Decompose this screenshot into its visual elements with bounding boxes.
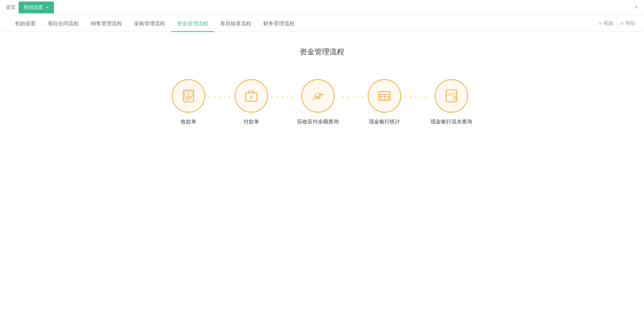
tab-close-icon[interactable]: × xyxy=(46,5,49,10)
briefcase-yuan-icon: ¥ xyxy=(243,88,260,104)
flow-label-yingshou: 应收应付余额查询 xyxy=(297,119,339,125)
nav-item-xiaoshou[interactable]: 销售管理流程 xyxy=(85,15,128,32)
nav-item-caigou[interactable]: 采购管理流程 xyxy=(128,15,171,32)
active-tab-label: 初始设置 xyxy=(24,4,43,11)
flow-label-liushui: 现金银行流水查询 xyxy=(431,119,472,125)
flow-item-yingshou[interactable]: ¥ 应收应付余额查询 xyxy=(297,79,339,125)
dots-4: - - - - - xyxy=(404,93,427,100)
window-controls: × xyxy=(635,4,638,11)
window-close-icon[interactable]: × xyxy=(635,4,638,11)
connector-3: - - - - - xyxy=(339,93,368,111)
video-link[interactable]: ⊙ 视频 xyxy=(598,20,613,27)
home-tab[interactable]: 首页 xyxy=(6,4,16,11)
nav-item-zijin[interactable]: 资金管理流程 xyxy=(171,15,214,32)
dots-2: - - - - - xyxy=(271,93,294,100)
dots-3: - - - - - xyxy=(342,93,365,100)
nav-item-xiangmu[interactable]: 项目合同流程 xyxy=(42,15,85,32)
report-yuan-icon xyxy=(443,88,460,104)
nav-right-actions: ⊙ 视频 | ⊙ 帮助 xyxy=(598,20,635,27)
flow-circle-yingshou: ¥ xyxy=(301,79,335,113)
nav-divider: | xyxy=(616,20,617,26)
bank-lines-icon xyxy=(376,88,393,104)
flow-container: ¥ 收款单 - - - - - ¥ 付款单 - - xyxy=(157,79,487,125)
connector-1: - - - - - xyxy=(205,93,234,111)
flow-circle-xianjin xyxy=(368,79,401,113)
flow-item-shoukuan[interactable]: ¥ 收款单 xyxy=(172,79,205,125)
nav-item-chushi[interactable]: 初始设置 xyxy=(9,15,42,32)
nav-item-kucun[interactable]: 库存核算流程 xyxy=(214,15,257,32)
flow-label-shoukuan: 收款单 xyxy=(181,119,196,125)
active-tab[interactable]: 初始设置 × xyxy=(19,1,54,13)
top-bar: 首页 初始设置 × × xyxy=(0,0,644,15)
flow-circle-fukuan: ¥ xyxy=(235,79,268,113)
flow-item-fukuan[interactable]: ¥ 付款单 xyxy=(235,79,268,125)
flow-item-xianjin[interactable]: 现金银行统计 xyxy=(368,79,401,125)
flow-circle-shoukuan: ¥ xyxy=(172,79,205,113)
flow-circle-liushui xyxy=(435,79,468,113)
nav-bar: 初始设置 项目合同流程 销售管理流程 采购管理流程 资金管理流程 库存核算流程 … xyxy=(0,15,644,32)
connector-2: - - - - - xyxy=(268,93,297,111)
connector-4: - - - - - xyxy=(401,93,430,111)
receipt-yuan-icon: ¥ xyxy=(180,88,197,104)
main-content: 资金管理流程 ¥ 收款单 - - - - - xyxy=(0,32,644,140)
flow-label-fukuan: 付款单 xyxy=(244,119,259,125)
flow-label-xianjin: 现金银行统计 xyxy=(369,119,400,125)
chart-yuan-icon: ¥ xyxy=(310,88,326,104)
help-link[interactable]: ⊙ 帮助 xyxy=(620,20,635,27)
page-title: 资金管理流程 xyxy=(300,47,344,57)
dots-1: - - - - - xyxy=(208,93,231,100)
nav-item-caiwu[interactable]: 财务管理流程 xyxy=(257,15,300,32)
svg-text:¥: ¥ xyxy=(250,95,252,99)
flow-item-liushui[interactable]: 现金银行流水查询 xyxy=(431,79,472,125)
svg-text:¥: ¥ xyxy=(317,95,319,98)
svg-text:¥: ¥ xyxy=(188,93,190,96)
